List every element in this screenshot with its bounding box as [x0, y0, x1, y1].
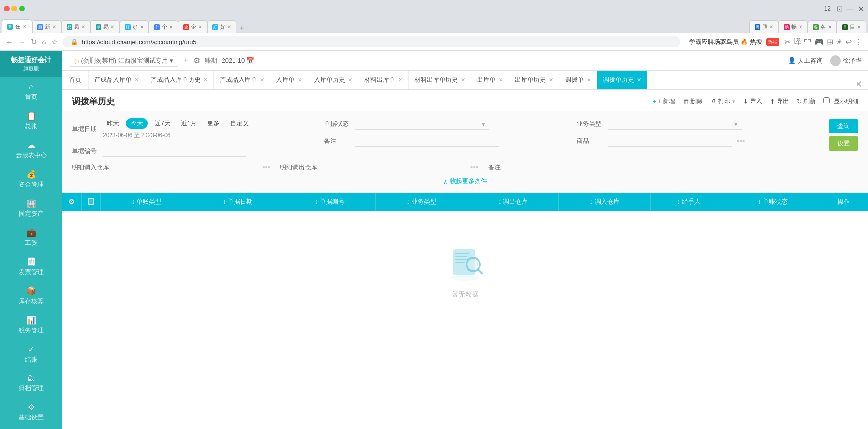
browser-tab[interactable]: 企 企✕ [178, 20, 207, 33]
nav-tab-transfer-history[interactable]: 调拨单历史 ✕ [597, 71, 647, 89]
table-checkbox-col[interactable] [81, 193, 100, 211]
sidebar-item-ledger[interactable]: 📋 总账 [0, 106, 62, 135]
print-dropdown-icon[interactable]: ▾ [732, 98, 735, 105]
sidebar-item-archive[interactable]: 🗂 归档管理 [0, 369, 62, 397]
browser-tab[interactable]: 新 新✕ [32, 20, 61, 33]
browser-tab[interactable]: 腾 腾✕ [749, 20, 779, 33]
company-settings-btn[interactable]: ⚙ [193, 56, 200, 65]
address-bar[interactable]: https://cloud.chanjet.com/accounting/uru… [82, 38, 197, 45]
user-menu[interactable]: 徐泽华 [830, 55, 861, 66]
nav-tab-material-out[interactable]: 材料出库单 ✕ [358, 71, 409, 89]
col-date[interactable]: ↕ 单据日期 [192, 193, 284, 211]
back-btn[interactable]: ← [6, 38, 13, 46]
out-warehouse-more-icon[interactable]: ••• [470, 163, 479, 172]
sidebar-item-fund[interactable]: 💰 资金管理 [0, 165, 62, 194]
sidebar-item-home[interactable]: ⌂ 首页 [0, 77, 62, 106]
star-btn[interactable]: ☆ [51, 37, 58, 46]
cut-icon[interactable]: ✂ [784, 37, 790, 46]
col-out-warehouse[interactable]: ↕ 调出仓库 [467, 193, 559, 211]
browser-tab[interactable]: 好 好✕ [120, 20, 149, 33]
add-company-btn[interactable]: + [183, 55, 189, 66]
select-all-checkbox[interactable] [88, 198, 94, 205]
tab-close-9[interactable]: ✕ [549, 77, 553, 83]
sidebar-item-salary[interactable]: 💼 工资 [0, 223, 62, 252]
sidebar-item-asset[interactable]: 🏢 固定资产 [0, 194, 62, 223]
date-btn-1month[interactable]: 近1月 [177, 118, 200, 129]
settings-filter-btn[interactable]: 设置 [829, 136, 858, 151]
in-warehouse-input[interactable] [114, 162, 257, 173]
col-docnum[interactable]: ↕ 单据编号 [284, 193, 376, 211]
sidebar-item-report[interactable]: ☁ 云报表中心 [0, 135, 62, 165]
browser-tab[interactable]: 易 易✕ [90, 20, 120, 33]
nav-tab-finished-in[interactable]: 产成品入库单 ✕ [89, 71, 145, 89]
new-btn[interactable]: + + 新增 [653, 97, 676, 106]
undo-icon[interactable]: ↩ [846, 37, 852, 46]
col-handler[interactable]: ↕ 经手人 [650, 193, 727, 211]
date-btn-7days[interactable]: 近7天 [151, 118, 174, 129]
service-btn[interactable]: 👤 人工咨询 [788, 56, 823, 65]
sidebar-item-tax[interactable]: 📊 税务管理 [0, 310, 62, 340]
menu-icon[interactable]: ⋮ [855, 37, 862, 46]
refresh-nav-btn[interactable]: ↻ [31, 37, 37, 46]
nav-tab-out[interactable]: 出库单 ✕ [471, 71, 509, 89]
home-nav-btn[interactable]: ⌂ [42, 38, 46, 46]
period-selector[interactable]: 2021-10 📅 [222, 57, 255, 64]
nav-tab-finished-in-history[interactable]: 产成品入库单历史 ✕ [145, 71, 214, 89]
new-tab-btn[interactable]: + [236, 23, 247, 33]
delete-btn[interactable]: 🗑 删除 [683, 97, 703, 106]
tab-close-5[interactable]: ✕ [348, 77, 352, 83]
shield-icon[interactable]: 🛡 [804, 38, 812, 46]
nav-tab-out-history[interactable]: 出库单历史 ✕ [509, 71, 559, 89]
sidebar-item-inventory[interactable]: 📦 库存核算 [0, 281, 62, 310]
date-btn-today[interactable]: 今天 [126, 118, 148, 129]
nav-tab-material-out-history[interactable]: 材料出库单历史 ✕ [409, 71, 471, 89]
browser-tab[interactable]: 易 易✕ [61, 20, 90, 33]
collapse-btn[interactable]: ∧ 收起更多条件 [443, 177, 487, 186]
browser-tab[interactable]: 畅 畅✕ [779, 20, 808, 33]
grid-icon[interactable]: ⊞ [827, 37, 833, 46]
tab-close-3[interactable]: ✕ [260, 77, 264, 83]
sidebar-item-settings[interactable]: ⚙ 基础设置 [0, 397, 62, 427]
status-select[interactable] [355, 118, 489, 130]
tab-close-6[interactable]: ✕ [398, 77, 402, 83]
nav-tab-in-history[interactable]: 入库单历史 ✕ [308, 71, 358, 89]
tab-close-8[interactable]: ✕ [499, 77, 503, 83]
goods-more-icon[interactable]: ••• [737, 137, 745, 145]
goods-input[interactable] [608, 135, 732, 147]
browser-tab-active[interactable]: 在 在✕ [2, 19, 32, 33]
sun-icon[interactable]: ☀ [836, 37, 843, 46]
out-warehouse-input[interactable] [322, 162, 466, 173]
table-gear-icon[interactable]: ⚙ [68, 198, 75, 206]
nav-tab-in[interactable]: 入库单 ✕ [270, 71, 308, 89]
col-type[interactable]: ↕ 单账类型 [100, 193, 192, 211]
nav-tab-transfer[interactable]: 调拨单 ✕ [559, 71, 597, 89]
tab-close-7[interactable]: ✕ [461, 77, 465, 83]
sidebar-item-close[interactable]: ✓ 结账 [0, 340, 62, 369]
sidebar-item-invoice[interactable]: 🧾 发票管理 [0, 252, 62, 281]
note-input[interactable] [355, 135, 499, 147]
col-status[interactable]: ↕ 单账状态 [727, 193, 819, 211]
close-all-tabs-btn[interactable]: ✕ [849, 79, 868, 89]
in-warehouse-more-icon[interactable]: ••• [262, 163, 270, 172]
docnum-input[interactable] [103, 145, 246, 157]
print-btn[interactable]: 🖨 打印 ▾ [711, 97, 735, 106]
import-btn[interactable]: ⬇ 导入 [743, 97, 762, 106]
browser-tab[interactable]: 个 个✕ [149, 20, 178, 33]
search-bar[interactable]: 学霸应聘场驱鸟员 🔥 热搜 [689, 38, 762, 46]
query-btn[interactable]: 查询 [829, 119, 858, 133]
tab-close-2[interactable]: ✕ [203, 77, 208, 83]
date-btn-more[interactable]: 更多 [203, 118, 223, 129]
translate-icon[interactable]: 译 [793, 37, 801, 47]
browser-tab[interactable]: 好 好✕ [207, 20, 236, 33]
sidebar-item-guide[interactable]: 🎯 新手引导 [0, 427, 62, 429]
company-selector[interactable]: (!) (勿删勿禁用) 江西服宝测试专用 ▾ [69, 55, 178, 67]
date-btn-yesterday[interactable]: 昨天 [103, 118, 123, 129]
browser-tab[interactable]: 各 各✕ [808, 20, 837, 33]
tab-close-11[interactable]: ✕ [637, 77, 641, 83]
refresh-btn[interactable]: ↻ 刷新 [797, 97, 816, 106]
col-in-warehouse[interactable]: ↕ 调入仓库 [559, 193, 651, 211]
date-btn-custom[interactable]: 自定义 [226, 118, 253, 129]
tab-close-1[interactable]: ✕ [134, 77, 139, 83]
forward-btn[interactable]: → [18, 38, 26, 46]
game-icon[interactable]: 🎮 [814, 37, 824, 46]
